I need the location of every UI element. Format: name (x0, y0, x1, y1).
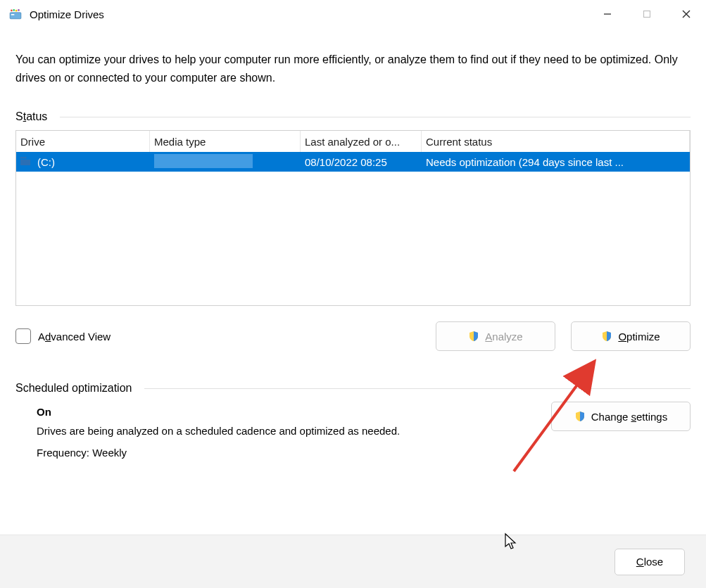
svg-rect-7 (644, 11, 650, 18)
header-rule (60, 117, 691, 117)
scheduled-freq: Frequency: Weekly (37, 447, 551, 459)
col-drive[interactable]: Drive (16, 131, 150, 152)
svg-point-4 (15, 10, 18, 12)
close-dialog-button[interactable]: Close (614, 549, 685, 575)
svg-rect-10 (20, 160, 30, 165)
shield-icon (574, 411, 586, 422)
advanced-view-label: Advanced View (38, 331, 111, 343)
minimize-button[interactable] (588, 0, 627, 28)
change-settings-button[interactable]: Change settings (551, 402, 691, 431)
svg-rect-0 (10, 13, 21, 19)
title-bar: Optimize Drives (0, 0, 706, 28)
media-redacted (154, 154, 253, 168)
svg-point-5 (18, 9, 20, 11)
scheduled-desc: Drives are being analyzed on a scheduled… (37, 425, 551, 437)
drives-list[interactable]: Drive Media type Last analyzed or o... C… (15, 130, 691, 306)
scheduled-section-header: Scheduled optimization (15, 382, 691, 395)
drive-icon (20, 157, 33, 167)
drive-row-label: (C:) (37, 156, 55, 168)
optimize-button[interactable]: Optimize (571, 321, 691, 351)
col-last[interactable]: Last analyzed or o... (301, 131, 422, 152)
header-rule (144, 388, 691, 389)
scheduled-label: Scheduled optimization (15, 382, 144, 395)
status-label: Status (15, 110, 60, 123)
optimize-label: Optimize (618, 331, 660, 343)
svg-rect-1 (11, 14, 15, 15)
scheduled-body: On Drives are being analyzed on a schedu… (15, 402, 691, 468)
maximize-button[interactable] (627, 0, 667, 28)
window-controls (588, 0, 706, 28)
svg-point-3 (13, 9, 15, 11)
shield-icon (468, 331, 479, 342)
close-label: Close (636, 556, 663, 568)
analyze-button[interactable]: Analyze (436, 321, 555, 351)
shield-icon (601, 331, 612, 342)
svg-rect-13 (25, 157, 27, 159)
drive-row-last: 08/10/2022 08:25 (301, 156, 422, 168)
dialog-footer: Close (0, 535, 706, 588)
advanced-view-checkbox[interactable]: Advanced View (15, 328, 111, 344)
app-icon (8, 7, 23, 21)
scheduled-state: On (37, 406, 551, 418)
analyze-label: Analyze (485, 331, 522, 343)
under-list-controls: Advanced View Analyze Optimize (15, 321, 691, 351)
change-settings-label: Change settings (591, 411, 667, 423)
window-title: Optimize Drives (30, 8, 588, 20)
status-section-header: Status (15, 110, 691, 123)
content-area: You can optimize your drives to help you… (0, 28, 706, 468)
drive-row[interactable]: (C:) 08/10/2022 08:25 Needs optimization… (16, 152, 690, 172)
drive-row-status: Needs optimization (294 days since last … (422, 156, 690, 168)
close-button[interactable] (667, 0, 706, 28)
intro-text: You can optimize your drives to help you… (15, 51, 691, 87)
svg-point-2 (11, 10, 13, 12)
checkbox-icon (15, 328, 31, 344)
col-status[interactable]: Current status (422, 131, 690, 152)
svg-rect-11 (20, 157, 23, 159)
svg-rect-12 (23, 157, 25, 159)
column-headers[interactable]: Drive Media type Last analyzed or o... C… (16, 131, 690, 152)
col-media[interactable]: Media type (150, 131, 301, 152)
